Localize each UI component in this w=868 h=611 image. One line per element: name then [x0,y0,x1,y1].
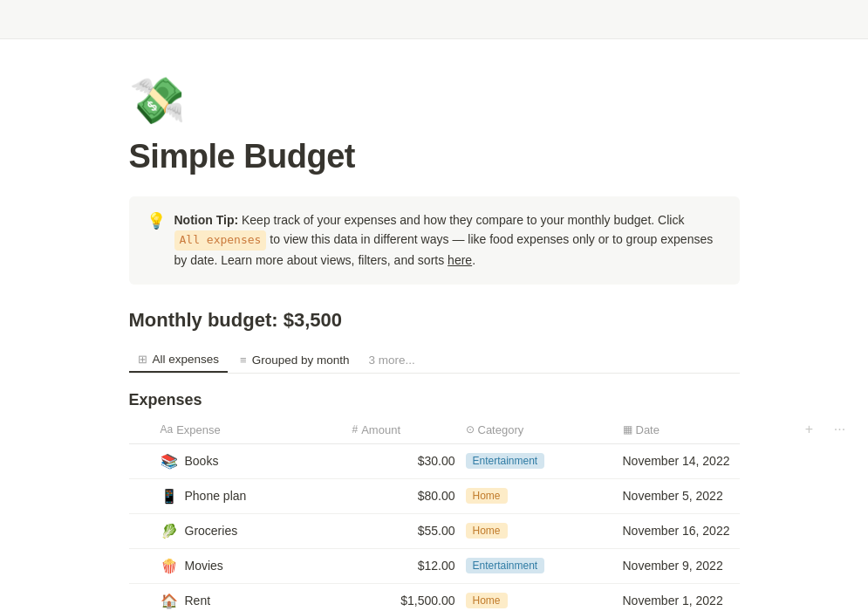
row-category: Entertainment [461,551,618,580]
col-amount-label: Amount [361,423,400,436]
tab-all-expenses[interactable]: ⊞ All expenses [129,347,229,373]
row-category: Home [461,481,618,511]
tabs-row: ⊞ All expenses ≡ Grouped by month 3 more… [129,347,740,374]
tip-box: 💡 Notion Tip: Keep track of your expense… [129,196,740,285]
row-expense-name: 🏠 Rent [155,586,347,611]
table-row[interactable]: 🍿 Movies $12.00 Entertainment November 9… [129,549,740,584]
row-emoji: 🥬 [161,523,178,539]
col-date-label: Date [636,423,660,436]
table-row[interactable]: 🏠 Rent $1,500.00 Home November 1, 2022 [129,584,740,611]
tip-bold: Notion Tip: [174,213,239,227]
row-amount: $80.00 [347,482,461,510]
table-body: 📚 Books $30.00 Entertainment November 14… [129,444,740,611]
row-emoji: 🍿 [161,558,178,574]
tip-text3: . [472,253,475,267]
category-badge[interactable]: Home [466,523,508,539]
row-expense-name: 📱 Phone plan [155,481,347,511]
tip-text: Notion Tip: Keep track of your expenses … [174,210,722,271]
add-column-button[interactable]: + [792,422,827,437]
tip-badge[interactable]: All expenses [174,230,267,251]
col-header-amount[interactable]: # Amount [347,420,461,440]
monthly-budget: Monthly budget: $3,500 [129,309,740,332]
row-amount: $1,500.00 [347,587,461,611]
row-category: Entertainment [461,446,618,476]
row-amount: $12.00 [347,552,461,580]
table-header: Aa Expense # Amount ⊙ Category ▦ Date + … [129,416,740,444]
row-date: November 14, 2022 [618,447,792,475]
category-badge[interactable]: Entertainment [466,453,545,469]
row-category: Home [461,586,618,611]
row-name-text: Books [185,454,219,468]
col-header-expense[interactable]: Aa Expense [155,420,347,440]
row-name-text: Movies [185,559,223,573]
table-row[interactable]: 📚 Books $30.00 Entertainment November 14… [129,444,740,479]
col-amount-icon: # [352,423,359,436]
row-expense-name: 📚 Books [155,446,347,477]
row-expense-name: 🍿 Movies [155,551,347,581]
row-name-text: Rent [185,594,211,608]
tab-grouped-label: Grouped by month [252,354,350,367]
page-icon: 💸 [129,74,740,127]
row-emoji: 📚 [161,453,178,470]
tip-lightbulb-icon: 💡 [147,211,166,230]
more-options-button[interactable]: ··· [827,422,853,437]
table-row[interactable]: 🥬 Groceries $55.00 Home November 16, 202… [129,514,740,549]
col-expense-label: Expense [176,423,221,436]
row-emoji: 🏠 [161,593,178,609]
page-content: 💸 Simple Budget 💡 Notion Tip: Keep track… [59,39,810,611]
col-header-date[interactable]: ▦ Date [618,420,792,440]
row-category: Home [461,516,618,546]
row-date: November 5, 2022 [618,482,792,510]
tab-grouped-icon: ≡ [240,354,247,367]
tab-grouped-by-month[interactable]: ≡ Grouped by month [231,348,358,372]
row-name-text: Phone plan [185,489,247,503]
tip-here-link[interactable]: here [448,253,472,267]
col-header-category[interactable]: ⊙ Category [461,420,618,440]
col-category-icon: ⊙ [466,423,475,436]
col-expense-icon: Aa [161,423,174,436]
category-badge[interactable]: Home [466,593,508,608]
top-bar [0,0,868,39]
row-expense-name: 🥬 Groceries [155,516,347,546]
tab-all-expenses-icon: ⊞ [138,353,147,366]
tip-text1: Keep track of your expenses and how they… [238,213,684,227]
row-date: November 16, 2022 [618,517,792,545]
tab-all-expenses-label: All expenses [153,353,220,366]
row-date: November 9, 2022 [618,552,792,580]
col-date-icon: ▦ [623,423,632,436]
row-name-text: Groceries [185,524,238,538]
col-category-label: Category [478,423,524,436]
page-title: Simple Budget [129,138,740,175]
tab-more[interactable]: 3 more... [361,348,421,372]
row-emoji: 📱 [161,488,178,505]
expenses-table: Aa Expense # Amount ⊙ Category ▦ Date + … [129,416,740,611]
section-title: Expenses [129,391,740,409]
row-amount: $30.00 [347,447,461,475]
category-badge[interactable]: Home [466,488,508,504]
table-row[interactable]: 📱 Phone plan $80.00 Home November 5, 202… [129,479,740,514]
row-date: November 1, 2022 [618,587,792,611]
category-badge[interactable]: Entertainment [466,558,545,573]
row-amount: $55.00 [347,517,461,545]
